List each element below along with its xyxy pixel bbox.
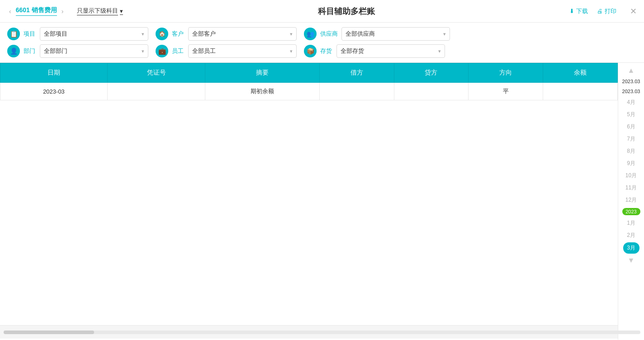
employee-label: 员工	[172, 47, 185, 55]
supplier-arrow: ▾	[443, 31, 446, 37]
month-item-7[interactable]: 7月	[618, 133, 644, 145]
filter-inventory: 📦 存货 全部存货 ▾	[304, 44, 445, 58]
customer-arrow: ▾	[290, 31, 293, 37]
col-summary: 摘要	[205, 63, 320, 83]
month-item-11[interactable]: 11月	[618, 182, 644, 194]
cell-date: 2023-03	[0, 83, 108, 100]
action-buttons: ⬇ 下载 🖨 打印 ✕	[569, 6, 637, 16]
cell-direction: 平	[469, 83, 543, 100]
col-direction: 方向	[469, 63, 543, 83]
month-item-12[interactable]: 12月	[618, 194, 644, 206]
inventory-arrow: ▾	[438, 48, 441, 54]
print-button[interactable]: 🖨 打印	[597, 7, 616, 15]
col-voucher: 凭证号	[108, 63, 205, 83]
bottom-scrollbar[interactable]	[0, 325, 644, 339]
col-credit: 贷方	[394, 63, 469, 83]
employee-value: 全部员工	[192, 47, 216, 55]
nav-area: ‹ 6601 销售费用 › 只显示下级科目 ▾	[7, 6, 123, 16]
customer-label: 客户	[172, 30, 185, 38]
supplier-icon: 👥	[304, 28, 317, 40]
customer-icon: 🏠	[156, 28, 168, 40]
cell-credit	[394, 83, 469, 100]
scrollbar-track[interactable]	[4, 331, 640, 334]
filter-department: 👤 部门 全部部门 ▾	[7, 44, 148, 58]
inventory-label: 存货	[320, 47, 333, 55]
inventory-value: 全部存货	[341, 47, 364, 55]
month-item-5[interactable]: 5月	[618, 109, 644, 121]
col-balance: 余额	[543, 63, 618, 83]
print-icon: 🖨	[597, 8, 603, 14]
cell-voucher	[108, 83, 205, 100]
cell-summary: 期初余额	[205, 83, 320, 100]
download-icon: ⬇	[569, 8, 574, 14]
table-row: 2023-03 期初余额 平	[0, 83, 618, 100]
scrollbar-thumb[interactable]	[4, 331, 94, 334]
cell-debit	[319, 83, 394, 100]
month-item-period1[interactable]: 2023.03	[622, 76, 640, 86]
project-label: 项目	[24, 30, 36, 38]
download-button[interactable]: ⬇ 下载	[569, 7, 588, 15]
project-icon: 📋	[7, 28, 20, 40]
employee-arrow: ▾	[290, 48, 293, 54]
department-select[interactable]: 全部部门 ▾	[40, 44, 148, 58]
nav-right-button[interactable]: ›	[60, 7, 66, 16]
nav-left-button[interactable]: ‹	[7, 7, 13, 16]
filter-project: 📋 项目 全部项目 ▾	[7, 27, 148, 41]
month-panel: ▲ 2023.03 2023.03 4月 5月 6月 7月 8月 9月 10月 …	[618, 63, 644, 340]
month-item-4[interactable]: 4月	[618, 96, 644, 109]
customer-select[interactable]: 全部客户 ▾	[188, 27, 297, 41]
show-sub-select[interactable]: 只显示下级科目 ▾	[77, 7, 123, 15]
department-label: 部门	[24, 47, 36, 55]
month-item-period2[interactable]: 2023.03	[622, 86, 640, 96]
supplier-value: 全部供应商	[346, 30, 375, 38]
supplier-select[interactable]: 全部供应商 ▾	[341, 27, 450, 41]
month-item-8[interactable]: 8月	[618, 145, 644, 157]
year-badge-2023: 2023	[622, 208, 640, 215]
customer-value: 全部客户	[192, 30, 216, 38]
project-select[interactable]: 全部项目 ▾	[40, 27, 148, 41]
employee-select[interactable]: 全部员工 ▾	[188, 44, 297, 58]
filter-supplier: 👥 供应商 全部供应商 ▾	[304, 27, 450, 41]
department-icon: 👤	[7, 45, 20, 57]
month-item-1[interactable]: 1月	[618, 217, 644, 229]
inventory-select[interactable]: 全部存货 ▾	[336, 44, 445, 58]
page-title: 科目辅助多栏账	[123, 6, 569, 17]
ledger-table: 日期 凭证号 摘要 借方 贷方 方向 余额 2023-03 期初余额	[0, 63, 618, 100]
col-debit: 借方	[319, 63, 394, 83]
month-item-3-active[interactable]: 3月	[623, 242, 639, 254]
month-nav-up[interactable]: ▲	[626, 65, 637, 76]
col-date: 日期	[0, 63, 108, 83]
project-arrow: ▾	[142, 31, 144, 37]
filter-customer: 🏠 客户 全部客户 ▾	[156, 27, 297, 41]
department-value: 全部部门	[44, 47, 67, 55]
inventory-icon: 📦	[304, 45, 317, 57]
top-bar: ‹ 6601 销售费用 › 只显示下级科目 ▾ 科目辅助多栏账 ⬇ 下载 🖨 打…	[0, 0, 644, 23]
main-content: 日期 凭证号 摘要 借方 贷方 方向 余额 2023-03 期初余额	[0, 63, 644, 325]
table-header-row: 日期 凭证号 摘要 借方 贷方 方向 余额	[0, 63, 618, 83]
table-container[interactable]: 日期 凭证号 摘要 借方 贷方 方向 余额 2023-03 期初余额	[0, 63, 618, 325]
filter-employee: 💼 员工 全部员工 ▾	[156, 44, 297, 58]
cell-balance	[543, 83, 618, 100]
supplier-label: 供应商	[320, 30, 338, 38]
department-arrow: ▾	[142, 48, 144, 54]
close-button[interactable]: ✕	[630, 6, 637, 16]
filter-row-1: 📋 项目 全部项目 ▾ 🏠 客户 全部客户 ▾ 👥 供应商 全部供应	[7, 27, 637, 41]
employee-icon: 💼	[156, 45, 168, 57]
month-item-6[interactable]: 6月	[618, 121, 644, 133]
month-item-9[interactable]: 9月	[618, 157, 644, 170]
account-code: 6601 销售费用	[16, 6, 57, 16]
month-item-2[interactable]: 2月	[618, 229, 644, 241]
main-window: ‹ 6601 销售费用 › 只显示下级科目 ▾ 科目辅助多栏账 ⬇ 下载 🖨 打…	[0, 0, 644, 340]
filter-area: 📋 项目 全部项目 ▾ 🏠 客户 全部客户 ▾ 👥 供应商 全部供应	[0, 23, 644, 63]
project-value: 全部项目	[44, 30, 67, 38]
filter-row-2: 👤 部门 全部部门 ▾ 💼 员工 全部员工 ▾ 📦 存货 全部存货	[7, 44, 637, 58]
month-item-10[interactable]: 10月	[618, 170, 644, 182]
month-nav-down[interactable]: ▼	[626, 255, 637, 266]
